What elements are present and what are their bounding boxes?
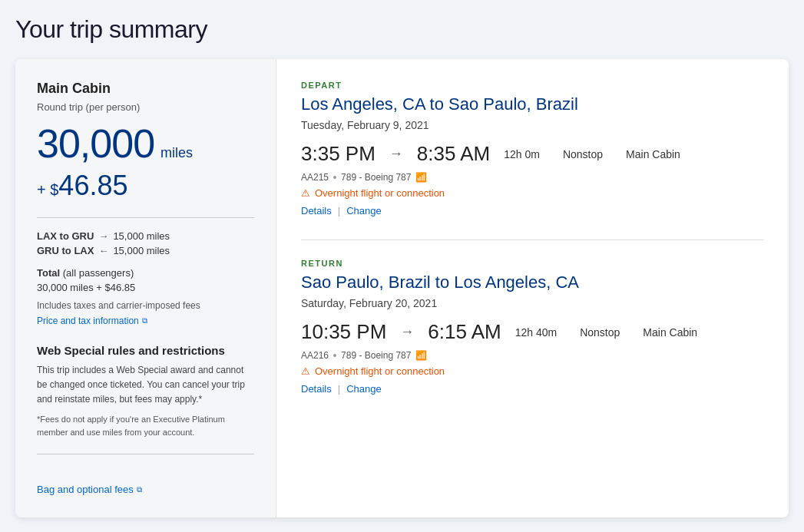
web-special-footnote: *Fees do not apply if you're an Executiv… [37,413,254,438]
return-flight-meta: 12h 40m Nonstop Main Cabin [515,326,697,339]
depart-times-row: 3:35 PM → 8:35 AM 12h 0m Nonstop Main Ca… [301,142,764,166]
price-tax-link[interactable]: Price and tax information ⧉ [37,316,147,326]
route-row-lax-gru: LAX to GRU → 15,000 miles [37,230,254,242]
return-type-label: RETURN [301,259,764,268]
return-duration: 12h 40m [515,326,557,339]
pipe-separator-2: | [338,383,340,395]
divider-2 [37,454,254,454]
depart-warning-link[interactable]: Overnight flight or connection [315,187,445,199]
divider-1 [37,217,254,218]
depart-time: 3:35 PM [301,142,376,166]
total-miles: 30,000 miles + $46.85 [37,282,254,293]
arrow-left-icon-1: ← [98,245,108,256]
return-cabin: Main Cabin [643,326,697,339]
includes-text: Includes taxes and carrier-imposed fees [37,299,254,312]
return-warning-text: Overnight flight or connection [315,365,445,377]
route-miles-2: 15,000 miles [113,245,170,256]
route-miles-1: 15,000 miles [113,230,170,242]
page-title: Your trip summary [15,15,789,44]
depart-arrow-icon: → [389,146,403,162]
depart-details-link[interactable]: Details [301,205,332,216]
miles-number: 30,000 [37,121,154,167]
trip-summary-card: Main Cabin Round trip (per person) 30,00… [15,59,789,517]
web-special-text: This trip includes a Web Special award a… [37,363,254,408]
depart-aircraft: 789 - Boeing 787 [341,172,411,183]
miles-row: 30,000 miles [37,121,254,167]
round-trip-label: Round trip (per person) [37,101,254,113]
fee-amount: 46.85 [58,170,127,201]
wifi-icon-2: 📶 [415,350,427,361]
depart-flight-number: AA215 [301,172,329,183]
depart-route-title: Los Angeles, CA to Sao Paulo, Brazil [301,94,764,114]
depart-date: Tuesday, February 9, 2021 [301,119,764,131]
return-route-title: Sao Paulo, Brazil to Los Angeles, CA [301,273,764,292]
return-date: Saturday, February 20, 2021 [301,297,764,309]
dot-separator-2 [333,354,336,357]
bag-optional-fees-link[interactable]: Bag and optional fees ⧉ [37,484,142,495]
depart-action-row: Details | Change [301,205,764,216]
total-label-row: Total (all passengers) [37,267,254,279]
depart-duration: 12h 0m [504,148,540,160]
bag-link-label: Bag and optional fees [37,484,134,495]
dot-separator-1 [333,176,336,179]
miles-text: miles [160,145,193,161]
return-change-link[interactable]: Change [346,383,382,395]
wifi-icon-1: 📶 [415,172,427,183]
return-aircraft: 789 - Boeing 787 [341,350,411,361]
flight-divider [301,240,764,240]
total-passengers-label: (all passengers) [63,267,134,279]
warning-icon-1: ⚠ [301,187,310,199]
fee-prefix: + $ [37,181,58,198]
route-from-2: GRU to LAX [37,245,94,256]
left-panel: Main Cabin Round trip (per person) 30,00… [15,59,276,517]
depart-info-row: AA215 789 - Boeing 787 📶 [301,172,764,183]
external-icon-1: ⧉ [142,316,147,325]
web-special-title: Web Special rules and restrictions [37,344,254,357]
return-details-link[interactable]: Details [301,383,332,395]
return-action-row: Details | Change [301,383,764,395]
total-section: Total (all passengers) 30,000 miles + $4… [37,267,254,293]
route-row-gru-lax: GRU to LAX ← 15,000 miles [37,245,254,256]
right-panel: DEPART Los Angeles, CA to Sao Paulo, Bra… [276,59,789,517]
external-icon-2: ⧉ [137,485,142,494]
price-tax-link-label: Price and tax information [37,316,139,326]
return-warning-row: ⚠ Overnight flight or connection [301,365,764,377]
return-arrive-time: 6:15 AM [428,320,501,344]
route-from-1: LAX to GRU [37,230,94,242]
return-warning-link[interactable]: Overnight flight or connection [315,365,445,377]
depart-section: DEPART Los Angeles, CA to Sao Paulo, Bra… [301,81,764,216]
return-section: RETURN Sao Paulo, Brazil to Los Angeles,… [301,259,764,395]
cabin-label: Main Cabin [37,81,254,97]
return-depart-time: 10:35 PM [301,320,386,344]
total-label: Total [37,267,60,279]
depart-warning-row: ⚠ Overnight flight or connection [301,187,764,199]
return-arrow-icon: → [400,324,414,340]
return-times-row: 10:35 PM → 6:15 AM 12h 40m Nonstop Main … [301,320,764,344]
pipe-separator-1: | [338,205,340,216]
return-nonstop: Nonstop [580,326,620,339]
depart-arrive-time: 8:35 AM [417,142,490,166]
fee-row: + $46.85 [37,170,254,202]
depart-cabin: Main Cabin [626,148,680,160]
return-info-row: AA216 789 - Boeing 787 📶 [301,350,764,361]
depart-change-link[interactable]: Change [346,205,382,216]
return-flight-number: AA216 [301,350,329,361]
depart-warning-text: Overnight flight or connection [315,187,445,199]
arrow-right-icon-1: → [98,230,108,242]
warning-icon-2: ⚠ [301,365,310,377]
depart-flight-meta: 12h 0m Nonstop Main Cabin [504,148,680,160]
depart-type-label: DEPART [301,81,764,90]
depart-nonstop: Nonstop [563,148,603,160]
